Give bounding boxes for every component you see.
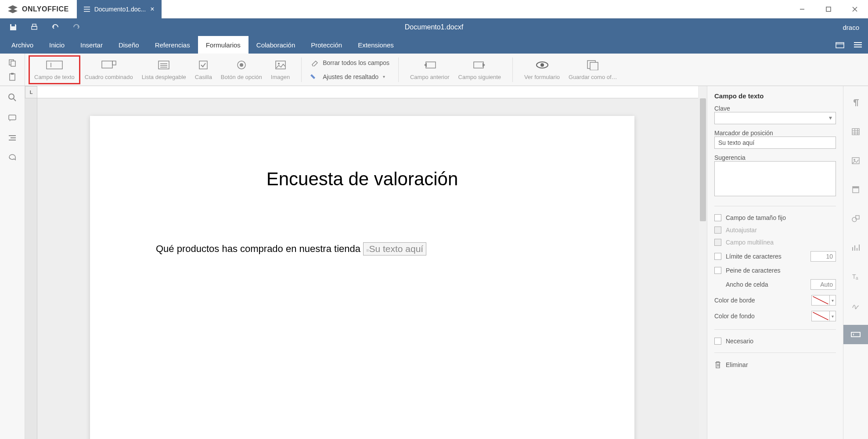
radio-button[interactable]: Botón de opción xyxy=(216,55,267,84)
shape-settings-icon[interactable] xyxy=(843,209,868,228)
horizontal-ruler[interactable] xyxy=(37,86,698,98)
signature-settings-icon[interactable] xyxy=(843,296,868,315)
required-checkbox[interactable]: Necesario xyxy=(714,338,836,345)
menu-diseno[interactable]: Diseño xyxy=(111,36,147,54)
app-logo: ONLYOFFICE xyxy=(0,5,77,13)
menu-insertar[interactable]: Insertar xyxy=(72,36,111,54)
header-footer-icon[interactable] xyxy=(843,180,868,199)
hint-input[interactable] xyxy=(714,161,836,196)
placeholder-label: Marcador de posición xyxy=(714,130,836,137)
next-field-button[interactable]: Campo siguiente xyxy=(454,55,506,84)
headings-icon[interactable] xyxy=(8,134,17,141)
svg-point-28 xyxy=(854,159,855,161)
hint-label: Sugerencia xyxy=(714,154,836,161)
undo-icon[interactable] xyxy=(51,24,60,31)
dropdown-list-button[interactable]: Lista desplegable xyxy=(137,55,191,84)
key-input[interactable] xyxy=(714,112,836,124)
svg-rect-30 xyxy=(853,187,859,188)
chevron-down-icon: ▾ xyxy=(383,74,385,79)
fixed-size-checkbox[interactable]: Campo de tamaño fijo xyxy=(714,214,836,221)
image-icon xyxy=(274,59,287,71)
placeholder-input[interactable] xyxy=(714,137,836,149)
view-form-button[interactable]: Ver formulario xyxy=(520,55,564,84)
prev-field-button[interactable]: Campo anterior xyxy=(406,55,454,84)
document-page[interactable]: Encuesta de valoración Qué productos has… xyxy=(90,116,634,439)
trash-icon xyxy=(714,361,721,369)
close-button[interactable] xyxy=(842,0,868,18)
clear-all-fields-button[interactable]: Borrar todos los campos xyxy=(305,57,395,69)
redo-icon[interactable] xyxy=(72,24,81,31)
image-button[interactable]: Imagen xyxy=(267,55,294,84)
textart-settings-icon[interactable]: Ta xyxy=(843,267,868,286)
menu-proteccion[interactable]: Protección xyxy=(303,36,350,54)
menu-formularios[interactable]: Formularios xyxy=(198,36,249,54)
delete-button[interactable]: Eliminar xyxy=(714,361,836,369)
menu-colaboracion[interactable]: Colaboración xyxy=(249,36,303,54)
svg-rect-5 xyxy=(11,61,15,66)
bg-color-picker[interactable]: ▾ xyxy=(811,311,836,321)
minimize-button[interactable] xyxy=(789,0,815,18)
ribbon-side-buttons xyxy=(0,54,25,86)
form-settings-panel: Campo de texto Clave Marcador de posició… xyxy=(707,86,843,439)
svg-rect-25 xyxy=(9,115,16,120)
open-location-icon[interactable] xyxy=(836,41,844,48)
menu-inicio[interactable]: Inicio xyxy=(41,36,72,54)
chart-settings-icon[interactable] xyxy=(843,238,868,257)
image-settings-icon[interactable] xyxy=(843,151,868,170)
vertical-ruler[interactable] xyxy=(25,98,37,439)
cell-width-row: Ancho de celda Auto xyxy=(714,279,836,290)
tab-close-icon[interactable]: × xyxy=(150,5,154,13)
text-field-icon xyxy=(46,59,63,71)
multiline-checkbox: Campo multilínea xyxy=(714,239,836,246)
maximize-button[interactable] xyxy=(815,0,842,18)
highlight-settings-button[interactable]: Ajustes de resaltado ▾ xyxy=(305,71,395,83)
feedback-icon[interactable] xyxy=(8,154,17,162)
comments-icon[interactable] xyxy=(8,114,17,122)
table-settings-icon[interactable] xyxy=(843,122,868,141)
hamburger-icon xyxy=(84,7,90,12)
paste-icon[interactable] xyxy=(8,73,16,81)
form-settings-icon[interactable] xyxy=(843,325,868,344)
svg-rect-6 xyxy=(10,74,15,80)
char-limit-row[interactable]: Límite de caracteres 10 xyxy=(714,251,836,262)
svg-point-21 xyxy=(540,63,544,67)
char-limit-value[interactable]: 10 xyxy=(810,251,836,262)
tab-title: Documento1.doc... xyxy=(94,6,146,13)
menu-archivo[interactable]: Archivo xyxy=(4,36,41,54)
svg-rect-2 xyxy=(32,24,36,26)
form-text-field[interactable]: ≡Su texto aquí xyxy=(363,242,426,255)
menu-extensiones[interactable]: Extensiones xyxy=(350,36,402,54)
ruler-corner[interactable]: L xyxy=(25,86,37,98)
search-icon[interactable] xyxy=(8,93,17,102)
eraser-icon xyxy=(310,59,318,66)
document-canvas[interactable]: L Encuesta de valoración Qué productos h… xyxy=(25,86,707,439)
combo-box-icon xyxy=(101,59,117,71)
ribbon-toolbar: Campo de texto Cuadro combinado Lista de… xyxy=(0,54,868,86)
right-rail: Ta xyxy=(843,86,868,439)
scrollbar-thumb[interactable] xyxy=(700,98,706,221)
vertical-scrollbar[interactable] xyxy=(699,86,707,439)
page-title[interactable]: Encuesta de valoración xyxy=(156,169,569,190)
combo-box-button[interactable]: Cuadro combinado xyxy=(80,55,137,84)
paragraph-settings-icon[interactable] xyxy=(843,93,868,112)
svg-rect-0 xyxy=(826,7,831,11)
svg-point-15 xyxy=(240,63,243,67)
user-name[interactable]: draco xyxy=(843,24,859,31)
menu-referencias[interactable]: Referencias xyxy=(147,36,198,54)
svg-rect-13 xyxy=(199,61,207,69)
border-color-row: Color de borde ▾ xyxy=(714,295,836,306)
border-color-picker[interactable]: ▾ xyxy=(811,295,836,306)
save-as-oform-button[interactable]: Guardar como of… xyxy=(564,55,622,84)
settings-menu-icon[interactable] xyxy=(854,42,862,48)
copy-icon[interactable] xyxy=(8,59,16,67)
char-comb-checkbox[interactable]: Peine de caracteres xyxy=(714,267,836,274)
print-icon[interactable] xyxy=(30,23,39,32)
checkbox-button[interactable]: Casilla xyxy=(191,55,216,84)
cell-width-value[interactable]: Auto xyxy=(810,279,836,290)
key-label: Clave xyxy=(714,105,836,112)
question-text[interactable]: Qué productos has comprado en nuestra ti… xyxy=(156,243,360,255)
save-as-icon xyxy=(587,59,599,71)
document-tab[interactable]: Documento1.doc... × xyxy=(77,0,162,18)
text-field-button[interactable]: Campo de texto xyxy=(29,55,80,84)
save-icon[interactable] xyxy=(9,23,18,32)
